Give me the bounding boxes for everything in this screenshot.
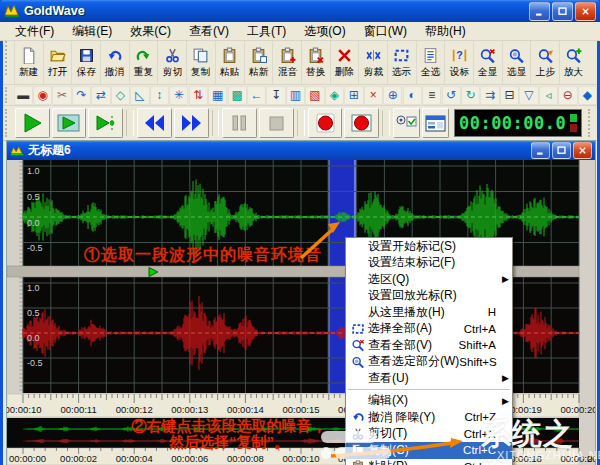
effect-22-button[interactable]: ≡ — [422, 86, 441, 105]
effect-29-button[interactable]: ⊖ — [558, 86, 577, 105]
pause-button[interactable] — [222, 108, 257, 138]
pastenew-button[interactable]: 粘新 — [244, 41, 273, 84]
open-button[interactable]: 打开 — [43, 41, 72, 84]
effect-17-button[interactable]: ◈ — [325, 86, 344, 105]
context-menu-item-0[interactable]: 设置开始标记(S) — [346, 238, 512, 255]
save-button[interactable]: 保存 — [71, 41, 100, 84]
monitor-button[interactable] — [393, 108, 420, 138]
device-properties-button[interactable] — [422, 108, 449, 138]
svg-text:00:00:13: 00:00:13 — [171, 404, 208, 415]
effect-12-button[interactable]: ▩ — [228, 86, 247, 105]
effect-23-button[interactable]: ↺ — [442, 86, 461, 105]
record-selection-button[interactable] — [344, 108, 379, 138]
context-menu-item-8[interactable]: 查看(U)▶ — [346, 370, 512, 387]
trim-button[interactable]: 剪裁 — [358, 41, 387, 84]
time-value: 00:00:00.0 — [459, 113, 566, 133]
maximize-button[interactable] — [552, 2, 573, 21]
menu-item-0[interactable]: 文件(F) — [6, 21, 63, 42]
copy-button[interactable]: 复制 — [186, 41, 215, 84]
context-menu-item-7[interactable]: 查看选定部分(W)Shift+S — [346, 354, 512, 371]
mix-button[interactable]: 混音 — [272, 41, 301, 84]
stop-button[interactable] — [259, 108, 294, 138]
effect-21-button[interactable]: ◐ — [403, 86, 422, 105]
toolbar-grip[interactable] — [5, 41, 12, 75]
minimize-button[interactable] — [529, 2, 550, 21]
effect-20-button[interactable]: ⊕ — [383, 86, 402, 105]
selectall-button[interactable]: 全选 — [416, 41, 445, 84]
rewind-button[interactable] — [137, 108, 172, 138]
context-menu-item-11[interactable]: 撤消 降噪(Y)Ctrl+Z — [346, 409, 512, 426]
context-menu-item-14[interactable]: 粘贴(P)Ctrl+V — [346, 459, 512, 465]
marker-button[interactable]: ?设标 — [444, 41, 473, 84]
play-button[interactable] — [15, 108, 50, 138]
selview-button[interactable]: 选示 — [387, 41, 416, 84]
menu-item-3[interactable]: 查看(V) — [180, 21, 238, 42]
effect-6-button[interactable]: ◇ — [111, 86, 130, 105]
effect-28-button[interactable]: ◃ — [539, 86, 558, 105]
cut-button[interactable]: 剪切 — [157, 41, 186, 84]
context-menu-item-2[interactable]: 选区(Q)▶ — [346, 271, 512, 288]
effect-14-button[interactable]: ↧ — [266, 86, 285, 105]
editor-restore-button[interactable] — [552, 142, 571, 159]
context-menu-item-1[interactable]: 设置结束标记(F) — [346, 255, 512, 272]
svg-text:0.5: 0.5 — [27, 192, 40, 202]
context-menu-item-3[interactable]: 设置回放光标(R) — [346, 288, 512, 305]
effect-2-button[interactable]: ◉ — [33, 86, 52, 105]
menu-item-7[interactable]: 帮助(H) — [416, 21, 475, 42]
context-menu-item-12[interactable]: 剪切(T)Ctrl+X — [346, 426, 512, 443]
paste-button[interactable]: 粘贴 — [215, 41, 244, 84]
zoomin-button[interactable]: 放大 — [559, 41, 588, 84]
undo-button[interactable]: 撤消 — [100, 41, 129, 84]
effect-1-button[interactable]: ▬ — [14, 86, 33, 105]
effect-24-button[interactable]: ↻ — [461, 86, 480, 105]
prev-button[interactable]: 上步 — [530, 41, 559, 84]
play-selection-button[interactable] — [52, 108, 87, 138]
editor-close-button[interactable] — [573, 142, 592, 159]
red-indicator — [570, 124, 577, 132]
effect-19-button[interactable]: × — [364, 86, 383, 105]
menu-item-4[interactable]: 工具(T) — [238, 21, 295, 42]
effect-18-button[interactable]: ⊞ — [344, 86, 363, 105]
effect-27-button[interactable]: ▽ — [519, 86, 538, 105]
redo-button[interactable]: 重复 — [129, 41, 158, 84]
replace-button[interactable]: 替换 — [301, 41, 330, 84]
effect-25-button[interactable]: ⇉ — [480, 86, 499, 105]
viewsel-button[interactable]: 选显 — [502, 41, 531, 84]
record-button[interactable] — [308, 108, 343, 138]
menu-item-1[interactable]: 编辑(E) — [63, 21, 121, 42]
close-button[interactable] — [575, 2, 596, 21]
effect-4-button[interactable]: ↷ — [72, 86, 91, 105]
context-menu-item-10[interactable]: 编辑(X)▶ — [346, 393, 512, 410]
toolbar-grip[interactable] — [5, 87, 12, 103]
toolbar-grip[interactable] — [5, 109, 12, 136]
effect-7-button[interactable]: ◺ — [130, 86, 149, 105]
menu-item-5[interactable]: 选项(O) — [295, 21, 354, 42]
toolbar-grip[interactable] — [588, 109, 595, 136]
effect-9-button[interactable]: ✳ — [169, 86, 188, 105]
play-from-button[interactable] — [88, 108, 123, 138]
editor-minimize-button[interactable] — [531, 142, 550, 159]
effect-5-button[interactable]: ⇄ — [91, 86, 110, 105]
effect-13-button[interactable]: ← — [247, 86, 266, 105]
effect-10-button[interactable]: ⇅ — [189, 86, 208, 105]
viewall-button[interactable]: 全显 — [473, 41, 502, 84]
menu-item-6[interactable]: 窗口(W) — [355, 21, 416, 42]
effect-11-button[interactable]: ▦ — [208, 86, 227, 105]
effect-8-button[interactable]: ↕ — [150, 86, 169, 105]
effect-26-button[interactable]: ⊟ — [500, 86, 519, 105]
menu-item-2[interactable]: 效果(C) — [121, 21, 180, 42]
fast-forward-button[interactable] — [174, 108, 209, 138]
context-menu-item-13[interactable]: 复制(C)Ctrl+C — [346, 442, 512, 459]
effect-15-button[interactable]: ▥ — [286, 86, 305, 105]
svg-text:0.0: 0.0 — [27, 218, 40, 228]
new-button[interactable]: 新建 — [14, 41, 43, 84]
transport-toolbar: 00:00:00.0 — [3, 106, 597, 141]
effect-3-button[interactable]: ✂ — [52, 86, 71, 105]
effect-16-button[interactable]: ▧ — [305, 86, 324, 105]
effect-30-button[interactable]: ◆ — [578, 86, 597, 105]
svg-text:00:00:14: 00:00:14 — [227, 404, 264, 415]
context-menu-item-4[interactable]: 从这里播放(H)H — [346, 304, 512, 321]
context-menu-item-5[interactable]: 选择全部(A)Ctrl+A — [346, 321, 512, 338]
del-button[interactable]: 删除 — [330, 41, 359, 84]
context-menu-item-6[interactable]: 查看全部(V)Shift+A — [346, 337, 512, 354]
